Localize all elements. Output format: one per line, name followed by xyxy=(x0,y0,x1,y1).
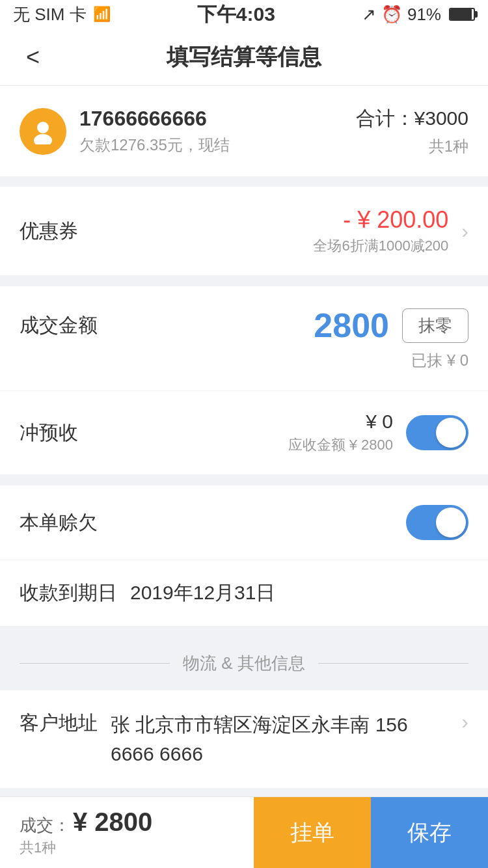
section-divider-2 xyxy=(0,475,488,485)
status-time: 下午4:03 xyxy=(197,1,275,28)
total-count: 共1种 xyxy=(356,136,468,157)
coupon-amount: - ¥ 200.00 xyxy=(313,206,448,234)
battery-icon xyxy=(449,8,475,21)
prepay-right: ¥ 0 应收金额 ¥ 2800 xyxy=(288,411,468,455)
debt-toggle[interactable] xyxy=(406,505,468,540)
location-icon: ↗ xyxy=(362,5,376,25)
amount-section: 成交金额 2800 抹零 已抹 ¥ 0 xyxy=(0,286,488,391)
customer-phone: 17666666666 xyxy=(79,107,230,131)
round-button[interactable]: 抹零 xyxy=(402,308,468,343)
chevron-right-icon: › xyxy=(461,219,468,243)
address-value: 张 北京市市辖区海淀区永丰南 156 6666 6666 xyxy=(111,710,451,768)
debt-label: 本单赊欠 xyxy=(20,509,98,536)
prepay-label: 冲预收 xyxy=(20,420,78,446)
bottom-info: 成交： ¥ 2800 共1种 xyxy=(0,807,254,858)
amount-label: 成交金额 xyxy=(20,312,98,339)
avatar xyxy=(20,108,66,155)
prepay-row: 冲预收 ¥ 0 应收金额 ¥ 2800 xyxy=(20,411,468,455)
section-divider-3 xyxy=(0,626,488,636)
logistics-label: 物流 & 其他信息 xyxy=(183,652,305,675)
battery-percent: 91% xyxy=(407,5,441,25)
bottom-deal-row: 成交： ¥ 2800 xyxy=(20,807,234,837)
status-bar: 无 SIM 卡 📶 下午4:03 ↗ ⏰ 91% xyxy=(0,0,488,29)
toggle-knob xyxy=(436,418,466,448)
debt-section: 本单赊欠 xyxy=(0,485,488,560)
address-label: 客户地址 xyxy=(20,710,98,737)
prepay-section: 冲预收 ¥ 0 应收金额 ¥ 2800 xyxy=(0,391,488,475)
coupon-right: - ¥ 200.00 全场6折满1000减200 › xyxy=(313,206,468,256)
save-button[interactable]: 保存 xyxy=(371,797,488,868)
bottom-bar: 成交： ¥ 2800 共1种 挂单 保存 xyxy=(0,796,488,868)
coupon-info: - ¥ 200.00 全场6折满1000减200 xyxy=(313,206,448,256)
prepay-sub: 应收金额 ¥ 2800 xyxy=(288,435,393,455)
amount-sub: 已抹 ¥ 0 xyxy=(20,350,468,371)
logistics-line-right xyxy=(318,663,468,664)
main-content: 17666666666 欠款1276.35元，现结 合计：¥3000 共1种 优… xyxy=(0,86,488,866)
coupon-label: 优惠券 xyxy=(20,218,78,245)
due-date-section: 收款到期日 2019年12月31日 xyxy=(0,560,488,626)
customer-sub: 欠款1276.35元，现结 xyxy=(79,135,230,156)
prepay-amount-group: ¥ 0 应收金额 ¥ 2800 xyxy=(288,411,393,455)
svg-point-0 xyxy=(37,122,49,133)
bottom-price: ¥ 2800 xyxy=(73,807,152,837)
due-date-value: 2019年12月31日 xyxy=(130,580,275,606)
wifi-icon: 📶 xyxy=(93,6,111,23)
amount-value: 2800 xyxy=(314,306,389,345)
due-date-label: 收款到期日 xyxy=(20,580,117,606)
total-amount: 合计：¥3000 xyxy=(356,105,468,132)
carrier-text: 无 SIM 卡 xyxy=(13,3,87,26)
status-left: 无 SIM 卡 📶 xyxy=(13,3,111,26)
logistics-header: 物流 & 其他信息 xyxy=(0,636,488,690)
page-title: 填写结算等信息 xyxy=(167,42,321,72)
logistics-line-left xyxy=(20,663,170,664)
alarm-icon: ⏰ xyxy=(381,5,402,25)
amount-right: 2800 抹零 xyxy=(314,306,468,345)
customer-info: 17666666666 欠款1276.35元，现结 xyxy=(79,107,230,156)
section-divider-1 xyxy=(0,276,488,286)
svg-point-1 xyxy=(34,134,52,144)
back-button[interactable]: < xyxy=(20,37,46,77)
pending-button[interactable]: 挂单 xyxy=(254,797,371,868)
prepay-amount: ¥ 0 xyxy=(288,411,393,433)
coupon-detail: 全场6折满1000减200 xyxy=(313,236,448,256)
customer-card: 17666666666 欠款1276.35元，现结 合计：¥3000 共1种 xyxy=(0,86,488,176)
bottom-deal-label: 成交： xyxy=(20,814,70,837)
address-chevron-icon: › xyxy=(461,710,468,734)
prepay-toggle[interactable] xyxy=(406,415,468,450)
status-right: ↗ ⏰ 91% xyxy=(362,5,475,25)
customer-left: 17666666666 欠款1276.35元，现结 xyxy=(20,107,230,156)
bottom-count: 共1种 xyxy=(20,838,234,858)
coupon-row[interactable]: 优惠券 - ¥ 200.00 全场6折满1000减200 › xyxy=(0,187,488,276)
customer-right: 合计：¥3000 共1种 xyxy=(356,105,468,157)
nav-bar: < 填写结算等信息 xyxy=(0,29,488,86)
amount-row: 成交金额 2800 抹零 xyxy=(20,306,468,345)
address-section[interactable]: 客户地址 张 北京市市辖区海淀区永丰南 156 6666 6666 › xyxy=(0,690,488,788)
debt-toggle-knob xyxy=(436,508,466,537)
